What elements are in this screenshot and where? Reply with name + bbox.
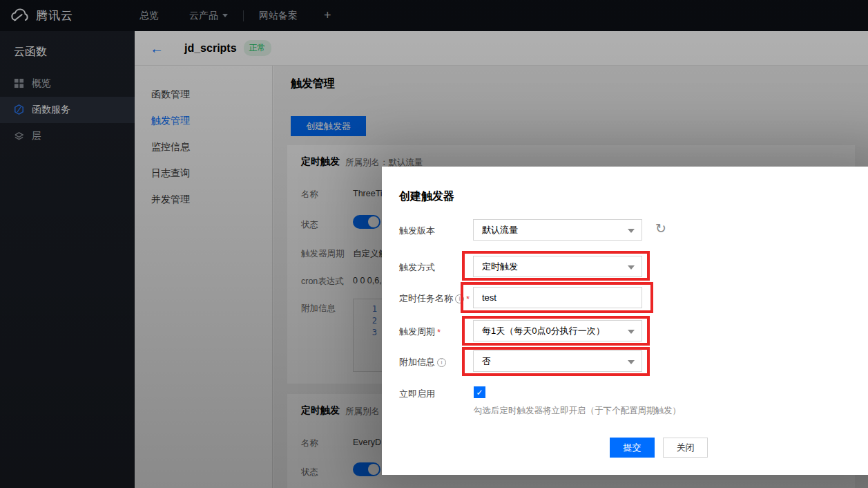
info-icon bbox=[437, 358, 446, 367]
chevron-down-icon bbox=[628, 229, 635, 233]
modal-title: 创建触发器 bbox=[399, 189, 454, 204]
task-name-label: 定时任务名称 * bbox=[399, 292, 470, 305]
period-label-text: 触发周期 bbox=[399, 326, 435, 338]
task-name-label-text: 定时任务名称 bbox=[399, 292, 453, 305]
chevron-down-icon bbox=[628, 360, 635, 364]
info-icon bbox=[455, 294, 464, 303]
method-label: 触发方式 bbox=[399, 261, 435, 274]
enable-checkbox[interactable] bbox=[474, 386, 485, 398]
method-value: 定时触发 bbox=[482, 261, 518, 273]
chevron-down-icon bbox=[628, 265, 635, 270]
extra-label: 附加信息 bbox=[399, 356, 446, 368]
required-asterisk: * bbox=[466, 294, 470, 304]
submit-button[interactable]: 提交 bbox=[610, 438, 655, 458]
chevron-down-icon bbox=[628, 330, 635, 334]
extra-value: 否 bbox=[482, 355, 491, 368]
extra-select[interactable]: 否 bbox=[473, 350, 642, 372]
refresh-icon[interactable]: ↻ bbox=[655, 222, 666, 235]
task-name-input[interactable] bbox=[473, 287, 642, 308]
extra-label-text: 附加信息 bbox=[399, 356, 435, 368]
required-asterisk: * bbox=[437, 327, 441, 337]
create-trigger-modal: 创建触发器 触发版本 默认流量 ↻ 触发方式 定时触发 定时任务名称 * 触发周… bbox=[382, 167, 868, 475]
period-select[interactable]: 每1天（每天0点0分执行一次） bbox=[473, 320, 642, 341]
enable-label: 立即启用 bbox=[399, 388, 435, 400]
period-label: 触发周期 * bbox=[399, 326, 441, 338]
version-value: 默认流量 bbox=[482, 224, 518, 236]
enable-helper-text: 勾选后定时触发器将立即开启（于下个配置周期触发） bbox=[474, 405, 681, 417]
close-button[interactable]: 关闭 bbox=[663, 438, 708, 458]
method-select[interactable]: 定时触发 bbox=[473, 256, 642, 277]
period-value: 每1天（每天0点0分执行一次） bbox=[482, 325, 605, 337]
version-label: 触发版本 bbox=[399, 225, 435, 237]
version-select[interactable]: 默认流量 bbox=[473, 219, 642, 241]
